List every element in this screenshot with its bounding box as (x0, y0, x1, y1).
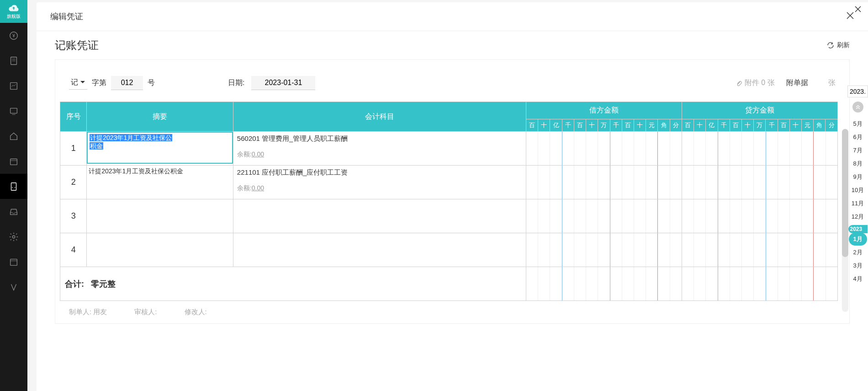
credit-cell[interactable] (682, 166, 837, 199)
inbox-icon (9, 207, 19, 217)
logo: 旗舰版 (0, 0, 27, 23)
refresh-button[interactable]: 刷新 (827, 41, 850, 49)
du-c-4: 百 (730, 119, 741, 132)
debit-cell[interactable] (526, 233, 682, 267)
account-cell[interactable]: 221101 应付职工薪酬_应付职工工资 余额:0.00 (233, 166, 526, 199)
voucher-number-input[interactable] (111, 76, 143, 90)
chevron-down-icon (80, 80, 85, 84)
gear-icon (9, 232, 19, 242)
month-item[interactable]: 2月 (849, 246, 867, 259)
nav-item-4[interactable] (0, 98, 27, 123)
month-item-active[interactable]: 1月 (849, 233, 867, 246)
balance-label: 余额: (237, 184, 252, 192)
nav-item-9[interactable] (0, 224, 27, 249)
table-row: 2 计提2023年1月工资及社保公积金 221101 应付职工薪酬_应付职工工资… (60, 166, 838, 199)
voucher-type-select[interactable]: 记 (69, 77, 87, 90)
du-d-10: 元 (646, 119, 658, 132)
svg-rect-8 (11, 159, 17, 165)
month-item[interactable]: 8月 (849, 157, 867, 170)
debit-cell[interactable] (526, 132, 682, 166)
th-summary: 摘要 (87, 102, 233, 132)
du-c-6: 万 (754, 119, 766, 132)
du-d-9: 十 (634, 119, 646, 132)
table-row: 3 (60, 199, 838, 233)
auditor-label: 审核人: (134, 308, 157, 316)
modal-header: 编辑凭证 (37, 2, 868, 31)
nav-item-1[interactable]: ¥ (0, 23, 27, 48)
month-item[interactable]: 12月 (849, 210, 867, 223)
summary-cell[interactable] (87, 233, 233, 267)
row-seq: 2 (60, 166, 87, 199)
summary-cell[interactable] (87, 199, 233, 233)
modal-body: 记账凭证 刷新 记 字第 (37, 31, 868, 391)
du-d-8: 百 (622, 119, 634, 132)
modifier-label: 修改人: (185, 308, 207, 316)
month-item[interactable]: 7月 (849, 144, 867, 157)
collapse-button[interactable] (852, 102, 863, 112)
total-text: 零元整 (91, 279, 116, 289)
credit-cell[interactable] (682, 233, 837, 267)
du-c-1: 十 (694, 119, 706, 132)
total-cell: 合计: 零元整 (60, 267, 526, 301)
credit-cell[interactable] (682, 132, 837, 166)
account-cell[interactable] (233, 199, 526, 233)
debit-cell[interactable] (526, 166, 682, 199)
du-d-5: 十 (586, 119, 598, 132)
month-item[interactable]: 11月 (849, 197, 867, 210)
month-item[interactable]: 3月 (849, 259, 867, 272)
nav-item-10[interactable] (0, 249, 27, 274)
document-icon (9, 56, 19, 66)
month-item[interactable]: 9月 (849, 171, 867, 183)
nav-item-6[interactable] (0, 149, 27, 174)
debit-cell[interactable] (526, 199, 682, 233)
nav-item-5[interactable] (0, 123, 27, 149)
summary-editor[interactable]: 计提2023年1月工资及社保公积金 (87, 132, 233, 164)
total-row: 合计: 零元整 (60, 267, 838, 301)
account-cell[interactable]: 560201 管理费用_管理人员职工薪酬 余额:0.00 (233, 132, 526, 166)
nav-item-3[interactable] (0, 73, 27, 98)
balance-label: 余额: (237, 150, 252, 158)
month-item[interactable]: 5月 (849, 118, 867, 130)
nav-item-7-active[interactable] (0, 174, 27, 199)
account-cell[interactable] (233, 233, 526, 267)
attachment-link[interactable]: 附件 0 张 (736, 78, 775, 88)
row-seq: 1 (60, 132, 87, 166)
total-credit (682, 267, 837, 301)
creator-label: 制单人: (69, 308, 91, 316)
summary-cell-editing[interactable]: 计提2023年1月工资及社保公积金 (87, 132, 233, 166)
voucher-table: 序号 摘要 会计科目 借方金额 贷方金额 百 十 亿 千 (60, 102, 838, 301)
year-input[interactable] (847, 86, 868, 97)
month-item[interactable]: 10月 (849, 184, 867, 197)
hao-label: 号 (148, 78, 155, 88)
year-badge: 2023 (848, 225, 868, 233)
close-icon (854, 5, 862, 13)
date-label: 日期: (228, 78, 244, 88)
th-seq: 序号 (60, 102, 87, 132)
account-name: 221101 应付职工薪酬_应付职工工资 (237, 168, 522, 177)
right-close-button[interactable] (851, 2, 865, 16)
month-item[interactable]: 6月 (849, 131, 867, 144)
du-c-9: 十 (789, 119, 801, 132)
modal-title: 编辑凭证 (50, 11, 83, 22)
voucher-meta-row: 记 字第 号 日期: (55, 60, 849, 102)
summary-cell[interactable]: 计提2023年1月工资及社保公积金 (87, 166, 233, 199)
nav-item-2[interactable] (0, 48, 27, 73)
nav-item-8[interactable] (0, 199, 27, 224)
du-d-7: 千 (610, 119, 622, 132)
account-name: 560201 管理费用_管理人员职工薪酬 (237, 134, 522, 143)
voucher-date-input[interactable] (251, 76, 315, 90)
zidi-label: 字第 (92, 78, 106, 88)
nav-item-11[interactable] (0, 274, 27, 300)
du-d-6: 万 (598, 119, 610, 132)
refresh-icon (827, 42, 834, 49)
row-seq: 3 (60, 199, 87, 233)
du-c-12: 分 (826, 119, 838, 132)
month-item[interactable]: 4月 (849, 273, 867, 285)
du-d-2: 亿 (550, 119, 562, 132)
chart-icon (9, 81, 19, 91)
credit-cell[interactable] (682, 199, 837, 233)
svg-point-12 (15, 187, 16, 187)
row-seq: 4 (60, 233, 87, 267)
currency-icon: ¥ (9, 31, 19, 41)
du-d-3: 千 (562, 119, 574, 132)
